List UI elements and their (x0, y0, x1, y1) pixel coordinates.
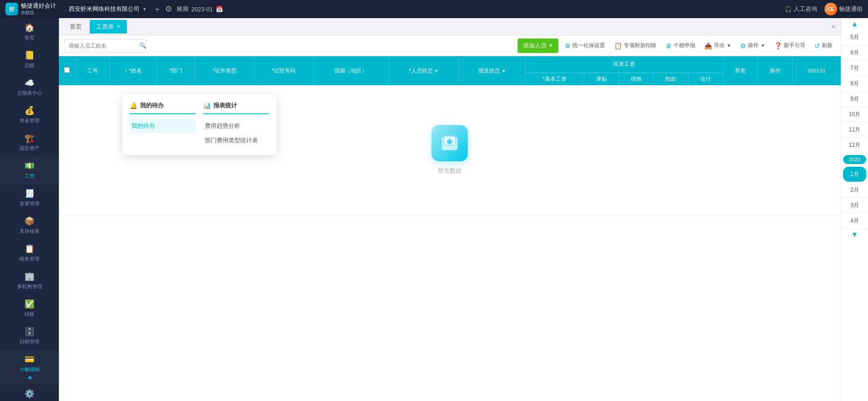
sidebar-label-home: 首页 (24, 34, 34, 41)
sidebar-item-invoice[interactable]: 🧾 发票管理 (0, 184, 59, 212)
archive-icon: 🗄️ (24, 327, 34, 337)
th-operation: 操作 (758, 56, 793, 85)
search-input[interactable] (68, 43, 136, 49)
settings-icon[interactable]: ⚙ (165, 4, 172, 14)
sidebar-item-settlement[interactable]: ✅ 结账 (0, 295, 59, 322)
refresh-action[interactable]: ↺ 刷新 (812, 40, 835, 51)
assets-icon: 🏗️ (24, 133, 34, 143)
dropdown-item-dept-stats[interactable]: 部门费用类型统计表 (203, 133, 269, 148)
th-checkbox[interactable] (59, 56, 75, 85)
add-icon[interactable]: ＋ (153, 4, 161, 14)
dropdown-item-trend[interactable]: 费用趋势分析 (203, 119, 269, 133)
dropdown-cols: 🔔 我的待办 我的待办 📊 报表统计 费用趋势分析 部门费用类型统计表 (130, 101, 269, 148)
search-icon[interactable]: 🔍 (139, 42, 146, 49)
tax-icon: 📋 (24, 244, 34, 254)
sidebar-item-tax[interactable]: 📋 税务管理 (0, 239, 59, 267)
export-action[interactable]: 📤 导出 ▼ (702, 40, 734, 51)
th-basic-salary: *基本工资 (525, 72, 584, 85)
avatar: CE (824, 3, 837, 15)
add-person-button[interactable]: 添加人员 ▼ (518, 39, 558, 53)
month-item-1[interactable]: 1月 (843, 167, 866, 182)
expense-icon: 💳 (24, 354, 34, 364)
close-all-icon[interactable]: ✕ (831, 23, 836, 30)
ledger-icon: 📒 (24, 50, 34, 60)
month-item-4[interactable]: 4月 (841, 213, 868, 229)
sidebar-label-salary: 工资 (24, 173, 34, 179)
month-item-10[interactable]: 10月 (841, 107, 868, 122)
sidebar-label-expense: 小畅报销 (19, 366, 39, 373)
month-item-3[interactable]: 3月 (841, 198, 868, 213)
select-all-checkbox[interactable] (64, 67, 70, 73)
top-bar: 好 畅捷通好会计 旗舰版 西安虾米网络科技有限公司 ▼ ＋ ⚙ 账期 2023-… (0, 0, 868, 18)
status-filter-icon[interactable]: ▼ (434, 68, 439, 73)
sidebar-item-salary[interactable]: 💵 工资 (0, 156, 59, 184)
tab-close-icon[interactable]: ✕ (116, 24, 121, 29)
empty-icon (432, 125, 468, 161)
invoice-icon: 🧾 (24, 188, 34, 198)
tab-home-label: 首页 (70, 23, 82, 31)
th-year: 2023.01 (792, 56, 840, 85)
personal-tax-action[interactable]: 🖥 个税申报 (663, 40, 698, 51)
content-area: 首页 工资表 ✕ ✕ 🔍 添加人员 ▼ (59, 18, 841, 401)
dropdown-col-report: 📊 报表统计 费用趋势分析 部门费用类型统计表 (203, 101, 269, 148)
month-nav-down[interactable]: ▼ (841, 229, 868, 241)
month-item-11[interactable]: 11月 (841, 122, 868, 138)
sidebar-item-expense[interactable]: 💳 小畅报销 ◀ (0, 350, 59, 384)
month-item-7[interactable]: 7月 (841, 61, 868, 76)
calendar-icon[interactable]: 📅 (216, 6, 223, 13)
sidebar-label-inventory: 库存核算 (19, 228, 39, 235)
month-item-9[interactable]: 9月 (841, 92, 868, 107)
sidebar-item-assets[interactable]: 🏗️ 固定资产 (0, 129, 59, 156)
inventory-icon: 📦 (24, 216, 34, 226)
sidebar-item-cloud-report[interactable]: ☁️ 云报表中心 (0, 73, 59, 101)
th-report-status: 报送状态 ▼ (459, 56, 525, 85)
sidebar-item-archive[interactable]: 🗄️ 归档管理 (0, 322, 59, 350)
month-item-12[interactable]: 12月 (841, 138, 868, 153)
company-chevron-icon: ▼ (142, 7, 147, 12)
month-item-6[interactable]: 6月 (841, 45, 868, 61)
company-selector[interactable]: 西安虾米网络科技有限公司 ▼ (64, 5, 151, 13)
add-person-label: 添加人员 (523, 42, 547, 50)
export-label: 导出 (714, 42, 725, 49)
user-service[interactable]: 🎧 人工咨询 (785, 5, 817, 13)
dropdown-col-todo: 🔔 我的待办 我的待办 (130, 101, 196, 148)
month-item-2[interactable]: 2月 (841, 183, 868, 198)
user-info[interactable]: CE 畅捷通组 (824, 3, 863, 15)
th-status: *人员状态 ▼ (388, 56, 459, 85)
sidebar-item-fund[interactable]: 💰 资金管理 (0, 101, 59, 129)
special-deduction-action[interactable]: 📋 专项附加扣除 (611, 40, 659, 51)
th-allowance: 津贴 (584, 72, 619, 85)
month-item-8[interactable]: 8月 (841, 76, 868, 92)
month-nav-up[interactable]: ▲ (841, 18, 868, 30)
report-filter-icon[interactable]: ▼ (501, 68, 506, 73)
basic-icon: ⚙️ (24, 389, 34, 399)
social-insurance-action[interactable]: ⚙ 统一社保设置 (562, 40, 608, 51)
sidebar-item-basic[interactable]: ⚙️ 基础设置 (0, 384, 59, 401)
year-label: 2023 (843, 155, 866, 164)
settlement-icon: ✅ (24, 299, 34, 309)
sidebar-item-ledger[interactable]: 📒 总账 (0, 46, 59, 73)
dropdown-header-report: 📊 报表统计 (203, 101, 269, 114)
operation-icon: ⚙ (740, 42, 746, 49)
month-panel: ▲ 5月 6月 7月 8月 9月 10月 11月 12月 2023 1月 2月 … (841, 18, 868, 401)
operation-chevron-icon: ▼ (761, 43, 765, 48)
dropdown-item-todo[interactable]: 我的待办 (130, 119, 196, 133)
salary-icon: 💵 (24, 161, 34, 171)
logo-icon: 好 (5, 3, 18, 15)
sidebar-item-home[interactable]: 🏠 首页 (0, 18, 59, 46)
operation-label: 操作 (748, 42, 759, 49)
month-item-5[interactable]: 5月 (841, 30, 868, 45)
export-chevron-icon: ▼ (727, 43, 731, 48)
sidebar-item-inventory[interactable]: 📦 库存核算 (0, 212, 59, 239)
new-guide-icon: ❓ (774, 42, 782, 49)
operation-action[interactable]: ⚙ 操作 ▼ (737, 40, 768, 51)
th-name: ↕ *姓名 (110, 56, 157, 85)
sidebar-label-fund: 资金管理 (19, 117, 39, 124)
tab-home[interactable]: 首页 (63, 20, 88, 34)
sidebar-item-multi-org[interactable]: 🏢 多机构管理 (0, 267, 59, 295)
new-guide-action[interactable]: ❓ 新手引导 (771, 40, 808, 51)
period-value: 2023-01 (191, 6, 213, 13)
period-info: 账期 2023-01 📅 (177, 5, 223, 13)
tab-payroll[interactable]: 工资表 ✕ (90, 20, 127, 34)
sidebar-label-cloud: 云报表中心 (17, 90, 42, 97)
